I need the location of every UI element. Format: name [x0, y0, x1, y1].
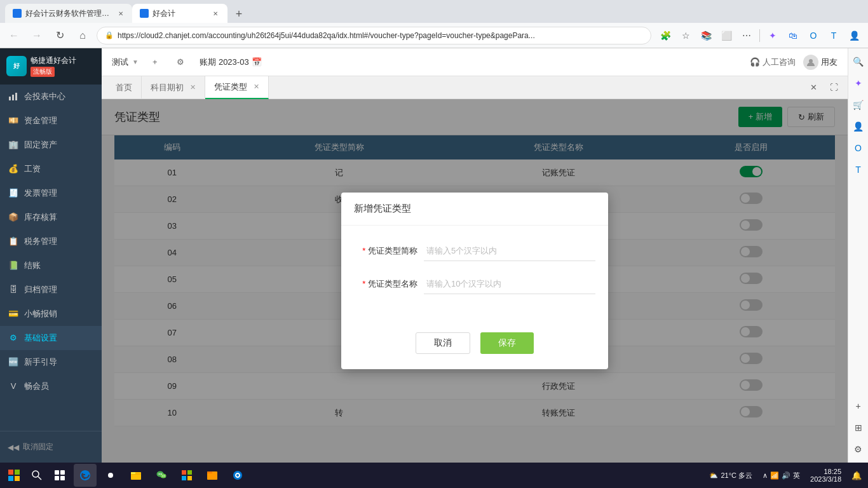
user-menu-button[interactable]: 用友 — [803, 55, 837, 70]
abbr-label-text: 凭证类型简称 — [368, 246, 417, 255]
taskbar-files-button[interactable] — [201, 464, 224, 487]
favorites-button[interactable]: ☆ — [677, 27, 695, 44]
taskbar-store-button[interactable] — [175, 464, 198, 487]
guide-icon: 🆕 — [8, 356, 19, 368]
calendar-icon: 📅 — [252, 57, 262, 67]
sidebar-item-member[interactable]: V 畅会员 — [0, 374, 102, 398]
cancel-button[interactable]: 取消 — [416, 332, 470, 354]
new-tab-button[interactable]: + — [230, 5, 248, 23]
right-tool-person[interactable]: 👤 — [850, 118, 867, 135]
taskbar-edge2-button[interactable] — [226, 464, 249, 487]
sidebar-item-tax[interactable]: 📋 税务管理 — [0, 229, 102, 254]
collections-button[interactable]: 📚 — [697, 27, 715, 44]
sidebar-item-reports[interactable]: 会投表中心 — [0, 85, 102, 109]
taskbar: ⛅ 21°C 多云 ∧ 📶 🔊 英 18:25 2023/3/18 🔔 — [0, 463, 868, 488]
browser-tab-1[interactable]: 好会计云财务软件管理系统_会计 ✕ — [5, 4, 132, 23]
cancel-fixed-button[interactable]: ◀◀ 取消固定 — [0, 437, 102, 458]
outlook-button[interactable]: O — [804, 27, 822, 44]
svg-rect-5 — [15, 470, 20, 475]
taskbar-explorer-button[interactable] — [125, 464, 147, 487]
right-tool-translate[interactable]: T — [850, 161, 867, 178]
right-tool-copilot[interactable]: ✦ — [850, 75, 867, 92]
sidebar-item-expense[interactable]: 💳 小畅报销 — [0, 302, 102, 326]
sidebar-label-inventory: 库存核算 — [24, 212, 57, 223]
taskbar-taskview-button[interactable] — [48, 464, 71, 487]
tab-voucher-type-close[interactable]: ✕ — [254, 83, 259, 91]
right-tool-add[interactable]: + — [850, 398, 867, 414]
sidebar: 好 畅捷通好会计 流畅版 会投表中心 💴 资金管理 🏢 固定资产 💰 工资 🧾 — [0, 48, 102, 463]
browser-menu-button[interactable]: ⋯ — [738, 27, 756, 44]
tab-label-2: 好会计 — [153, 8, 175, 19]
content-area: 凭证类型 + 新增 ↻ 刷新 编码 凭证类型简称 凭证类型 — [102, 99, 848, 463]
sidebar-item-archive[interactable]: 🗄 归档管理 — [0, 278, 102, 302]
consult-button[interactable]: 🎧 人工咨询 — [750, 57, 796, 68]
tab-close-2[interactable]: ✕ — [211, 9, 220, 18]
sidebar-item-assets[interactable]: 🏢 固定资产 — [0, 133, 102, 157]
logo-text: 畅捷通好会计 — [31, 56, 76, 66]
sidebar-item-settings[interactable]: ⚙ 基础设置 — [0, 326, 102, 350]
company-selector[interactable]: 测试 ▼ — [112, 57, 139, 68]
extensions-button[interactable]: 🧩 — [656, 27, 674, 44]
tab-bar: 好会计云财务软件管理系统_会计 ✕ 好会计 ✕ + — [0, 0, 868, 23]
split-screen-button[interactable]: ⬜ — [717, 27, 735, 44]
url-bar[interactable]: 🔒 https://cloud2.chanjet.com/accounting/… — [97, 27, 651, 44]
sidebar-item-payroll[interactable]: 💰 工资 — [0, 157, 102, 181]
sidebar-item-closing[interactable]: 📗 结账 — [0, 254, 102, 278]
translate-button[interactable]: T — [825, 27, 843, 44]
tab-opening-balance[interactable]: 科目期初 ✕ — [142, 76, 205, 99]
weather-info[interactable]: ⛅ 21°C 多云 — [705, 471, 756, 480]
taskbar-chrome-button[interactable] — [99, 464, 122, 487]
sidebar-item-invoice[interactable]: 🧾 发票管理 — [0, 181, 102, 205]
sidebar-logo: 好 畅捷通好会计 流畅版 — [0, 48, 102, 85]
abbr-input[interactable] — [424, 241, 595, 261]
copilot-button[interactable]: ✦ — [764, 27, 782, 44]
shopping-button[interactable]: 🛍 — [784, 27, 802, 44]
close-panel-button[interactable]: ✕ — [804, 79, 822, 97]
reload-button[interactable]: ↻ — [51, 27, 69, 44]
fullscreen-button[interactable]: ⛶ — [825, 79, 843, 97]
svg-rect-7 — [15, 476, 20, 481]
add-company-button[interactable]: + — [146, 53, 164, 71]
system-tray[interactable]: ∧ 📶 🔊 英 — [759, 471, 804, 480]
save-button[interactable]: 保存 — [480, 332, 534, 354]
page-tabs: 首页 科目期初 ✕ 凭证类型 ✕ ✕ ⛶ — [102, 76, 848, 99]
topbar-right: 🎧 人工咨询 用友 — [750, 55, 837, 70]
forward-button[interactable]: → — [28, 27, 46, 44]
notification-button[interactable]: 🔔 — [848, 466, 865, 484]
right-tool-grid[interactable]: ⊞ — [850, 419, 867, 436]
svg-rect-11 — [60, 470, 65, 475]
close-book-icon: 📗 — [8, 260, 19, 271]
right-tool-search[interactable]: 🔍 — [850, 53, 867, 70]
start-button[interactable] — [3, 464, 25, 487]
profile-button[interactable]: 👤 — [845, 27, 863, 44]
tab-home[interactable]: 首页 — [107, 76, 142, 99]
right-tool-gear[interactable]: ⚙ — [850, 441, 867, 458]
taskbar-search-button[interactable] — [25, 464, 48, 487]
sidebar-label-tax: 税务管理 — [24, 236, 57, 247]
taskbar-edge-button[interactable] — [74, 464, 97, 487]
cancel-fixed-arrow: ◀◀ — [8, 443, 19, 452]
invoice-icon: 🧾 — [8, 187, 19, 199]
right-tool-outlook[interactable]: O — [850, 140, 867, 156]
sidebar-item-guide[interactable]: 🆕 新手引导 — [0, 350, 102, 374]
abbr-row: * 凭证类型简称 — [354, 241, 595, 261]
tab-close-1[interactable]: ✕ — [118, 9, 125, 18]
browser-tab-2[interactable]: 好会计 ✕ — [132, 4, 227, 23]
home-button[interactable]: ⌂ — [74, 27, 92, 44]
sidebar-item-inventory[interactable]: 📦 库存核算 — [0, 205, 102, 229]
browser-actions: 🧩 ☆ 📚 ⬜ ⋯ ✦ 🛍 O T 👤 — [656, 27, 863, 44]
tab-opening-balance-label: 科目期初 — [151, 82, 184, 93]
settings-cog-button[interactable]: ⚙ — [172, 53, 189, 71]
svg-rect-25 — [182, 476, 186, 480]
clock[interactable]: 18:25 2023/3/18 — [806, 468, 845, 483]
tab-voucher-type[interactable]: 凭证类型 ✕ — [205, 76, 269, 99]
sidebar-item-funds[interactable]: 💴 资金管理 — [0, 109, 102, 133]
taskbar-wechat-button[interactable] — [150, 464, 173, 487]
settings-icon: ⚙ — [8, 332, 19, 344]
period-label: 账期 — [200, 57, 216, 68]
sidebar-label-assets: 固定资产 — [24, 139, 57, 151]
back-button[interactable]: ← — [5, 27, 23, 44]
tab-opening-balance-close[interactable]: ✕ — [190, 83, 196, 92]
name-input[interactable] — [424, 274, 595, 294]
right-tool-shopping[interactable]: 🛒 — [850, 97, 867, 113]
